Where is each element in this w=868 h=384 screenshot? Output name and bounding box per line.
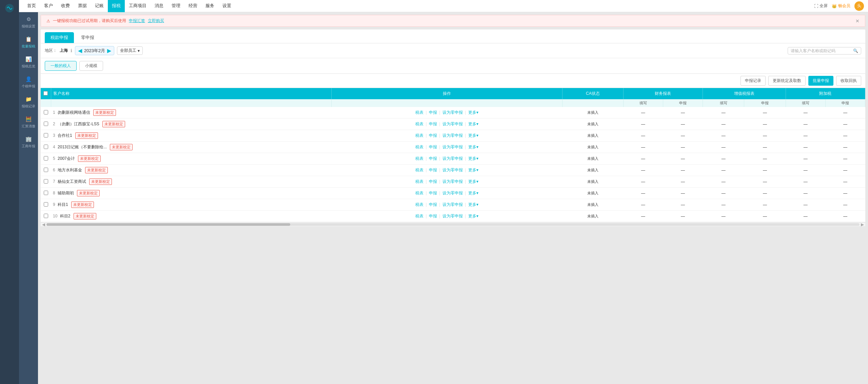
row-op-tax-7[interactable]: 税表 xyxy=(414,191,425,195)
row-op-more-0[interactable]: 更多▾ xyxy=(467,110,479,115)
row-op-tax-6[interactable]: 税表 xyxy=(414,179,425,184)
row-op-more-2[interactable]: 更多▾ xyxy=(467,133,479,138)
retrieve-receipt-button[interactable]: 收取回执 xyxy=(836,76,861,86)
row-op-declare-3[interactable]: 申报 xyxy=(428,145,438,149)
batch-declare-button[interactable]: 批量申报 xyxy=(808,76,833,86)
row-op-declare-4[interactable]: 申报 xyxy=(428,156,438,161)
row-checkbox-7[interactable] xyxy=(44,191,48,195)
nav-billing[interactable]: 收费 xyxy=(57,0,74,12)
nav-message[interactable]: 消息 xyxy=(151,0,167,12)
row-op-zero-7[interactable]: 设为零申报 xyxy=(441,191,464,195)
fullscreen-btn[interactable]: ⛶ 全屏 xyxy=(814,3,828,9)
row-op-more-7[interactable]: 更多▾ xyxy=(467,191,479,195)
banner-link-report[interactable]: 申报汇签 xyxy=(129,18,145,24)
row-checkbox-0[interactable] xyxy=(44,110,48,114)
row-op-declare-5[interactable]: 申报 xyxy=(428,168,438,172)
row-checkbox-6[interactable] xyxy=(44,179,48,184)
row-op-tax-1[interactable]: 税表 xyxy=(414,122,425,126)
row-op-more-9[interactable]: 更多▾ xyxy=(467,214,479,218)
row-op-zero-6[interactable]: 设为零申报 xyxy=(441,179,464,184)
tab-tax-declare[interactable]: 税款申报 xyxy=(45,32,74,43)
member-button[interactable]: 👑 畅会员 xyxy=(832,3,850,9)
row-op-declare-6[interactable]: 申报 xyxy=(428,179,438,184)
row-op-more-3[interactable]: 更多▾ xyxy=(467,145,479,149)
staff-select[interactable]: 全部员工 ▾ xyxy=(117,46,143,55)
horizontal-scrollbar[interactable]: ◀ ▶ xyxy=(41,222,865,226)
row-op-tax-2[interactable]: 税表 xyxy=(414,133,425,138)
row-op-zero-3[interactable]: 设为零申报 xyxy=(441,145,464,149)
nav-tax[interactable]: 报税 xyxy=(108,0,125,12)
row-op-more-5[interactable]: 更多▾ xyxy=(467,168,479,172)
banner-link-buy[interactable]: 立即购买 xyxy=(148,18,164,24)
type-tab-general[interactable]: 一般的税人 xyxy=(45,61,77,71)
row-checkbox-2[interactable] xyxy=(44,133,48,137)
second-sidebar-annual-report[interactable]: 🏢 工商年报 xyxy=(19,132,38,152)
info-icon[interactable]: ℹ xyxy=(71,48,72,53)
row-op-tax-3[interactable]: 税表 xyxy=(414,145,425,149)
row-checkbox-5[interactable] xyxy=(44,168,48,172)
row-op-zero-8[interactable]: 设为零申报 xyxy=(441,202,464,207)
row-op-more-1[interactable]: 更多▾ xyxy=(467,122,479,126)
row-op-declare-1[interactable]: 申报 xyxy=(428,122,438,126)
second-sidebar-tax-overview[interactable]: 📊 报税总览 xyxy=(19,52,38,72)
row-op-declare-8[interactable]: 申报 xyxy=(428,202,438,207)
prev-month-button[interactable]: ◀ xyxy=(78,47,82,54)
tab-zero-declare[interactable]: 零申报 xyxy=(75,32,100,43)
table-row: 2 （勿删）江西腺宝-LSS 未更新校定 税表 | 申报 | 设为零申报 | 更… xyxy=(41,119,865,130)
row-op-declare-7[interactable]: 申报 xyxy=(428,191,438,195)
row-checkbox-4[interactable] xyxy=(44,156,48,161)
row-op-tax-0[interactable]: 税表 xyxy=(414,110,425,115)
search-input[interactable] xyxy=(791,48,852,53)
row-op-tax-5[interactable]: 税表 xyxy=(414,168,425,172)
nav-customer[interactable]: 客户 xyxy=(40,0,57,12)
row-op-zero-9[interactable]: 设为零申报 xyxy=(441,214,464,218)
second-sidebar-tax-record[interactable]: 📁 报税记录 xyxy=(19,92,38,112)
row-op-zero-2[interactable]: 设为零申报 xyxy=(441,133,464,138)
update-collect-button[interactable]: 更新统定及取数 xyxy=(768,76,806,86)
nav-manage[interactable]: 管理 xyxy=(167,0,184,12)
row-checkbox-1[interactable] xyxy=(44,122,48,126)
search-icon[interactable]: 🔍 xyxy=(853,48,858,53)
nav-service[interactable]: 服务 xyxy=(201,0,218,12)
second-sidebar-batch-tax[interactable]: 📋 批量报税 xyxy=(19,32,38,52)
row-checkbox-8[interactable] xyxy=(44,202,48,207)
user-avatar[interactable]: 头 xyxy=(854,1,864,11)
second-sidebar-settlement[interactable]: 🧮 汇算清缴 xyxy=(19,112,38,132)
row-op-more-8[interactable]: 更多▾ xyxy=(467,202,479,207)
row-op-zero-1[interactable]: 设为零申报 xyxy=(441,122,464,126)
row-checkbox-9[interactable] xyxy=(44,214,48,218)
type-tab-small[interactable]: 小规模 xyxy=(79,61,103,71)
nav-operation[interactable]: 经营 xyxy=(184,0,201,12)
row-checkbox-3[interactable] xyxy=(44,145,48,149)
row-no-name-3: 4 2013日记账（不要删除给... 未更新校定 xyxy=(51,142,331,153)
nav-invoice[interactable]: 票据 xyxy=(74,0,91,12)
nav-business[interactable]: 工商项目 xyxy=(125,0,151,12)
scroll-right-arrow[interactable]: ▶ xyxy=(861,222,864,227)
row-op-tax-9[interactable]: 税表 xyxy=(414,214,425,218)
row-op-declare-2[interactable]: 申报 xyxy=(428,133,438,138)
next-month-button[interactable]: ▶ xyxy=(107,47,111,54)
row-op-zero-5[interactable]: 设为零申报 xyxy=(441,168,464,172)
row-op-zero-0[interactable]: 设为零申报 xyxy=(441,110,464,115)
row-op-tax-8[interactable]: 税表 xyxy=(414,202,425,207)
row-op-more-6[interactable]: 更多▾ xyxy=(467,179,479,184)
declare-record-button[interactable]: 申报记录 xyxy=(741,76,766,86)
row-op-zero-4[interactable]: 设为零申报 xyxy=(441,156,464,161)
row-no-1: 2 xyxy=(53,122,55,126)
fullscreen-label: 全屏 xyxy=(820,3,828,9)
select-all-checkbox[interactable] xyxy=(43,91,48,95)
row-vat-fill-8: — xyxy=(703,199,744,211)
row-fin-declare-4: — xyxy=(663,153,703,165)
row-op-tax-4[interactable]: 税表 xyxy=(414,156,425,161)
nav-bookkeeping[interactable]: 记账 xyxy=(91,0,108,12)
scroll-left-arrow[interactable]: ◀ xyxy=(42,222,45,227)
banner-close-button[interactable]: ✕ xyxy=(855,18,860,24)
row-op-more-4[interactable]: 更多▾ xyxy=(467,156,479,161)
nav-home[interactable]: 首页 xyxy=(23,0,40,12)
row-op-declare-0[interactable]: 申报 xyxy=(428,110,438,115)
row-op-declare-9[interactable]: 申报 xyxy=(428,214,438,218)
second-sidebar-individual-tax[interactable]: 👤 个税申报 xyxy=(19,72,38,92)
row-ops-1: 税表 | 申报 | 设为零申报 | 更多▾ xyxy=(331,119,562,130)
second-sidebar-tax-settings[interactable]: ⚙ 报税设置 xyxy=(19,12,38,32)
nav-settings[interactable]: 设置 xyxy=(218,0,235,12)
